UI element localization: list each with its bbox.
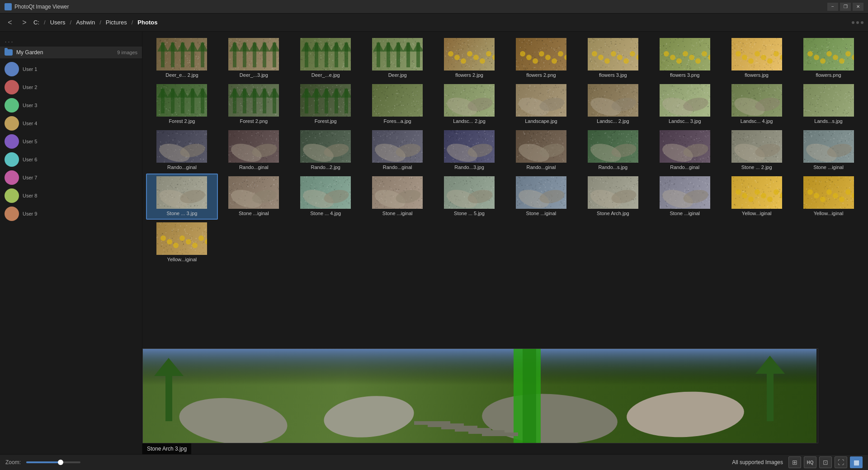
- thumbnail-label: Landsc... 2.jpg: [588, 118, 638, 124]
- thumbnail-cell[interactable]: Stone ...iginal: [362, 174, 434, 220]
- thumbnail-cell[interactable]: Stone ...iginal: [218, 174, 290, 220]
- thumbnail-cell[interactable]: flowers 2.png: [505, 35, 577, 81]
- thumbnail-cell[interactable]: Deer.jpg: [362, 35, 434, 81]
- statusbar: Zoom: All supported Images ⊞ HQ ⊡ ⛶ ▦: [0, 454, 868, 470]
- thumbnail-cell[interactable]: Stone ... 3.jpg: [146, 174, 218, 220]
- thumbnail-cell[interactable]: flowers 2.jpg: [434, 35, 505, 81]
- thumbnail-label: Deer_...3.jpg: [229, 72, 278, 78]
- thumbnail-image: [660, 176, 710, 209]
- thumbnail-cell[interactable]: Stone ...iginal: [793, 127, 864, 174]
- thumbnail-label: Forest 2.jpg: [157, 118, 207, 124]
- thumbnail-label: Rando...s.jpg: [588, 164, 638, 170]
- hq-icon-btn[interactable]: HQ: [804, 456, 816, 468]
- thumbnail-image: [156, 84, 207, 117]
- thumbnail-label: Rando...3.jpg: [444, 164, 494, 170]
- thumbnail-cell[interactable]: Landscape.jpg: [505, 81, 577, 127]
- thumbnail-cell[interactable]: flowers 3.png: [649, 35, 721, 81]
- thumbnail-cell[interactable]: flowers.png: [793, 35, 864, 81]
- grid-small-icon-btn[interactable]: ⊞: [788, 456, 801, 468]
- thumbnail-cell[interactable]: Rando...ginal: [218, 127, 290, 174]
- breadcrumb-photos[interactable]: Photos: [137, 19, 157, 26]
- thumbnail-label: Stone ... 4.jpg: [301, 211, 350, 216]
- thumbnail-cell[interactable]: flowers.jpg: [721, 35, 793, 81]
- sidebar-item-my-garden[interactable]: My Garden 9 images: [0, 47, 142, 58]
- filter-label[interactable]: All supported Images: [732, 459, 783, 465]
- thumbnail-image: [372, 176, 423, 209]
- thumbnail-cell[interactable]: Rando...ginal: [649, 127, 721, 174]
- thumbnail-image: [731, 130, 782, 163]
- back-button[interactable]: <: [5, 17, 15, 28]
- thumbnail-image: [372, 38, 423, 70]
- zoom-label: Zoom:: [5, 459, 21, 465]
- sidebar-avatars: User 1 User 2 User 3 User 4 User 5 User …: [0, 58, 142, 225]
- fullscreen-icon-btn[interactable]: ⛶: [835, 456, 847, 468]
- thumbnail-cell[interactable]: Rando...ginal: [362, 127, 434, 174]
- thumbnail-label: flowers.jpg: [732, 72, 782, 78]
- thumbnail-cell[interactable]: Stone Arch.jpg: [577, 174, 649, 220]
- thumbnail-image: [228, 176, 279, 209]
- thumbnail-label: Forest.jpg: [301, 118, 350, 124]
- thumbnail-cell[interactable]: Yellow...iginal: [721, 174, 793, 220]
- thumbnail-label: Landsc... 4.jpg: [732, 118, 782, 124]
- thumbnail-image: [588, 176, 638, 209]
- thumbnail-image: [660, 130, 710, 163]
- breadcrumb-c[interactable]: C:: [33, 19, 39, 26]
- thumbnail-image: [444, 130, 495, 163]
- thumbnail-cell[interactable]: Lands...s.jpg: [793, 81, 864, 127]
- avatar-row: User 2: [0, 78, 142, 96]
- avatar: [5, 62, 19, 76]
- thumbnail-image: [803, 84, 854, 117]
- thumbnail-cell[interactable]: flowers 3.jpg: [577, 35, 649, 81]
- thumbnail-label: Forest 2.png: [229, 118, 278, 124]
- thumbnail-cell[interactable]: Forest.jpg: [290, 81, 362, 127]
- thumbnail-cell[interactable]: Rando...ginal: [146, 127, 218, 174]
- thumbnail-cell[interactable]: Rando...3.jpg: [434, 127, 505, 174]
- thumbnail-label: Deer_...e.jpg: [301, 72, 350, 78]
- forward-button[interactable]: >: [19, 17, 30, 28]
- zoom-thumb[interactable]: [58, 460, 63, 465]
- zoom-slider[interactable]: [26, 461, 80, 463]
- avatar: [5, 116, 19, 131]
- avatar-row: User 3: [0, 96, 142, 114]
- thumbnail-cell[interactable]: Rando...ginal: [505, 127, 577, 174]
- breadcrumb-users[interactable]: Users: [50, 19, 66, 26]
- thumbnail-cell[interactable]: Deer_...3.jpg: [218, 35, 290, 81]
- thumbnail-image: [588, 84, 638, 117]
- thumbnail-cell[interactable]: Landsc... 4.jpg: [721, 81, 793, 127]
- restore-button[interactable]: ❐: [840, 3, 851, 11]
- thumbnail-image: [300, 38, 351, 70]
- thumbnail-label: Yellow...iginal: [804, 211, 854, 216]
- breadcrumb-pictures[interactable]: Pictures: [106, 19, 127, 26]
- thumbnail-cell[interactable]: Yellow...iginal: [793, 174, 864, 220]
- thumbnail-cell[interactable]: Stone ... 2.jpg: [721, 127, 793, 174]
- grid-large-icon-btn[interactable]: ▦: [850, 456, 863, 468]
- sidebar-item-label: My Garden: [16, 49, 113, 56]
- status-icons: ⊞ HQ ⊡ ⛶ ▦: [788, 456, 863, 468]
- thumbnail-cell[interactable]: Deer_...e.jpg: [290, 35, 362, 81]
- thumbnail-label: Stone ...iginal: [516, 211, 566, 216]
- preview-canvas: [143, 349, 816, 443]
- thumbnail-cell[interactable]: Stone ...iginal: [649, 174, 721, 220]
- close-button[interactable]: ✕: [853, 3, 863, 11]
- thumbnail-cell[interactable]: Rando...2.jpg: [290, 127, 362, 174]
- avatar-row: User 1: [0, 60, 142, 78]
- minimize-button[interactable]: −: [827, 3, 838, 11]
- breadcrumb-ashwin[interactable]: Ashwin: [76, 19, 95, 26]
- thumbnail-cell[interactable]: Landsc... 3.jpg: [649, 81, 721, 127]
- thumbnail-cell[interactable]: Stone ... 4.jpg: [290, 174, 362, 220]
- thumbnail-cell[interactable]: Landsc... 2.jpg: [434, 81, 505, 127]
- thumbnail-cell[interactable]: Forest 2.jpg: [146, 81, 218, 127]
- thumbnail-label: Stone ...iginal: [229, 211, 278, 216]
- thumbnail-cell[interactable]: Fores...a.jpg: [362, 81, 434, 127]
- thumbnail-cell[interactable]: Stone ...iginal: [505, 174, 577, 220]
- thumbnail-cell[interactable]: Deer_e... 2.jpg: [146, 35, 218, 81]
- filename-bar: Stone Arch 3.jpg: [142, 443, 191, 454]
- thumbnail-label: Rando...ginal: [157, 164, 207, 170]
- thumbnail-cell[interactable]: Forest 2.png: [218, 81, 290, 127]
- fit-icon-btn[interactable]: ⊡: [819, 456, 832, 468]
- thumbnail-image: [803, 130, 854, 163]
- thumbnail-cell[interactable]: Landsc... 2.jpg: [577, 81, 649, 127]
- thumbnail-cell[interactable]: Yellow...iginal: [146, 220, 218, 266]
- thumbnail-cell[interactable]: Stone ... 5.jpg: [434, 174, 505, 220]
- thumbnail-cell[interactable]: Rando...s.jpg: [577, 127, 649, 174]
